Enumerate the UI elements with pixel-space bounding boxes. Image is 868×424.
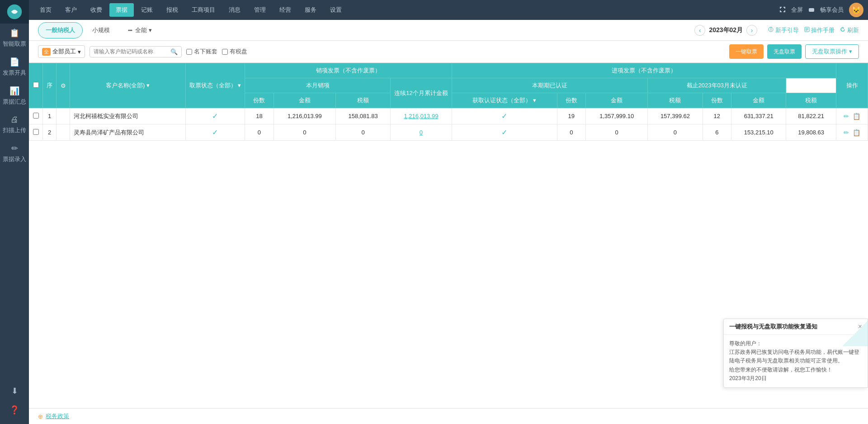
sidebar-bottom: ⬇ ❓ xyxy=(0,381,29,424)
th-this-month: 本月销项 xyxy=(245,78,391,93)
no-disk-ops-btn[interactable]: 无盘取票操作 ▾ xyxy=(805,44,859,59)
th-sales-invoice: 销项发票（不含作废票） xyxy=(245,63,452,78)
checkbox-account[interactable]: 名下账套 xyxy=(186,48,217,56)
row-until-tax: 19,808.63 xyxy=(786,124,836,141)
svg-point-4 xyxy=(131,29,132,31)
date-navigation: ‹ 2023年02月 › xyxy=(694,25,757,36)
search-input[interactable] xyxy=(94,48,170,55)
nav-tax[interactable]: 报税 xyxy=(160,3,184,17)
row-period-amount: 1,357,999.10 xyxy=(586,108,648,124)
row-view-icon[interactable]: 📋 xyxy=(853,113,860,120)
th-settings-icon: ⚙ xyxy=(57,63,70,108)
notif-close-btn[interactable]: × xyxy=(858,323,862,331)
th-until-count: 份数 xyxy=(703,93,731,108)
manual-btn[interactable]: 操作手册 xyxy=(804,26,835,34)
row-actions: ✏ 📋 xyxy=(836,124,868,141)
nav-service[interactable]: 服务 xyxy=(298,3,323,17)
row-period-amount: 0 xyxy=(586,124,648,141)
row-checkbox[interactable] xyxy=(33,129,39,135)
fullscreen-btn[interactable] xyxy=(779,6,786,14)
scan-icon: 🖨 xyxy=(10,115,19,124)
tab-general-taxpayer[interactable]: 一般纳税人 xyxy=(38,22,83,38)
tax-policy-icon: ⊕ xyxy=(38,413,43,420)
th-sales-amount: 金额 xyxy=(274,93,335,108)
th-fetch-status: 取票状态（全部） ▾ xyxy=(185,63,245,108)
svg-point-3 xyxy=(130,29,131,31)
th-sales-tax: 税额 xyxy=(335,93,390,108)
notif-scroll-area[interactable]: 尊敬的用户：江苏政务网已恢复访问电子税务局功能，易代账一键登陆电子税务局与无盘取… xyxy=(724,335,868,387)
new-guide-btn[interactable]: i 新手引导 xyxy=(768,26,799,34)
tab-bar: 一般纳税人 小规模 全能 ▾ ‹ 2023年02月 › i 新手引导 操作手册 xyxy=(29,20,868,41)
continuous-amount-link[interactable]: 0 xyxy=(420,129,423,136)
user-avatar[interactable]: 🐱 xyxy=(849,3,863,17)
nav-business[interactable]: 工商项目 xyxy=(185,3,222,17)
tab-small-scale[interactable]: 小规模 xyxy=(85,22,118,38)
sidebar-item-entry[interactable]: ✏ 票据录入 xyxy=(0,139,29,168)
row-edit-icon[interactable]: ✏ xyxy=(844,129,849,136)
app-logo[interactable] xyxy=(0,0,29,24)
sidebar-item-scan[interactable]: 🖨 扫描上传 xyxy=(0,110,29,139)
current-date: 2023年02月 xyxy=(709,26,743,34)
sidebar-item-invoice-issue[interactable]: 📄 发票开具 xyxy=(0,52,29,81)
account-checkbox[interactable] xyxy=(186,49,192,55)
row-period-count: 0 xyxy=(557,124,586,141)
nav-accounting[interactable]: 记账 xyxy=(135,3,159,17)
row-sales-count: 0 xyxy=(245,124,274,141)
refresh-btn[interactable]: 刷新 xyxy=(840,26,859,34)
nav-customer[interactable]: 客户 xyxy=(59,3,83,17)
nav-management[interactable]: 管理 xyxy=(248,3,272,17)
sidebar-item-help[interactable]: ❓ xyxy=(0,400,29,419)
row-until-tax: 81,822.21 xyxy=(786,108,836,124)
next-month-btn[interactable]: › xyxy=(746,25,757,36)
continuous-amount-link[interactable]: 1,216,013.99 xyxy=(404,113,439,119)
table-row: 1 河北柯禧柢实业有限公司 ✓ 18 1,216,013.99 158,081.… xyxy=(29,108,868,124)
select-all-checkbox[interactable] xyxy=(33,82,39,88)
employee-select[interactable]: 全 全部员工 ▾ xyxy=(38,45,85,58)
th-sales-count: 份数 xyxy=(245,93,274,108)
nav-operation[interactable]: 经营 xyxy=(273,3,297,17)
th-period-count: 份数 xyxy=(557,93,586,108)
row-continuous: 0 xyxy=(391,124,452,141)
employee-dropdown-icon: ▾ xyxy=(78,48,81,55)
sidebar-item-invoice-issue-label: 发票开具 xyxy=(3,69,26,77)
row-customer: 河北柯禧柢实业有限公司 xyxy=(70,108,186,124)
nav-home[interactable]: 首页 xyxy=(33,3,58,17)
svg-point-2 xyxy=(128,29,130,31)
th-period-amount: 金额 xyxy=(586,93,648,108)
taxdisk-checkbox[interactable] xyxy=(222,49,228,55)
employee-label: 全部员工 xyxy=(52,48,76,56)
row-view-icon[interactable]: 📋 xyxy=(853,129,860,136)
row-checkbox[interactable] xyxy=(33,113,39,119)
nav-invoice[interactable]: 票据 xyxy=(109,3,134,17)
sidebar-item-download[interactable]: ⬇ xyxy=(0,381,29,400)
member-label[interactable]: 畅享会员 xyxy=(820,6,844,14)
checkbox-taxdisk[interactable]: 有税盘 xyxy=(222,48,247,56)
prev-month-btn[interactable]: ‹ xyxy=(694,25,705,36)
tax-policy-link[interactable]: 税务政策 xyxy=(46,412,69,420)
row-until-amount: 153,215.10 xyxy=(731,124,786,141)
row-settings xyxy=(57,124,70,141)
sidebar-item-smart-fetch[interactable]: 📋 智能取票 xyxy=(0,24,29,52)
sidebar-item-summary-label: 票据汇总 xyxy=(3,98,26,106)
help-icon: ❓ xyxy=(9,405,19,415)
fullscreen-label[interactable]: 全屏 xyxy=(791,6,803,14)
nav-settings[interactable]: 设置 xyxy=(324,3,348,17)
tab-all[interactable]: 全能 ▾ xyxy=(119,22,160,38)
search-icon[interactable]: 🔍 xyxy=(170,48,178,55)
th-continuous: 连续12个月累计金额 xyxy=(391,78,452,108)
row-sales-amount: 1,216,013.99 xyxy=(274,108,335,124)
guide-icon: i xyxy=(768,27,774,32)
sidebar-item-scan-label: 扫描上传 xyxy=(3,126,26,134)
sidebar-item-summary[interactable]: 📊 票据汇总 xyxy=(0,81,29,110)
th-no: 序 xyxy=(43,63,57,108)
notif-body: 尊敬的用户：江苏政务网已恢复访问电子税务局功能，易代账一键登陆电子税务局与无盘取… xyxy=(724,335,868,387)
th-period-tax: 税额 xyxy=(648,93,703,108)
invoice-table: 序 ⚙ 客户名称(全部) ▾ 取票状态（全部） ▾ xyxy=(29,63,868,141)
row-edit-icon[interactable]: ✏ xyxy=(844,113,849,120)
row-settings xyxy=(57,108,70,124)
employee-tag: 全 xyxy=(42,48,51,56)
no-disk-fetch-btn[interactable]: 无盘取票 xyxy=(767,44,802,59)
nav-fee[interactable]: 收费 xyxy=(84,3,108,17)
nav-message[interactable]: 消息 xyxy=(222,3,247,17)
one-key-fetch-btn[interactable]: 一键取票 xyxy=(729,44,764,59)
